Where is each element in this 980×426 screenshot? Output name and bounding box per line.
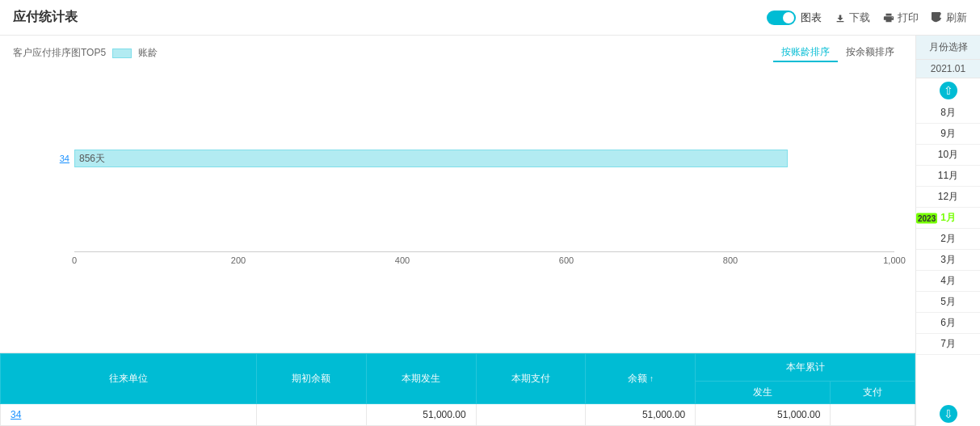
legend-color-box: [112, 49, 132, 58]
header: 应付统计表 图表 下载 打印 刷新: [0, 0, 980, 36]
bar-days-34: 856天: [79, 152, 105, 166]
chart-legend-box-label: 账龄: [138, 46, 158, 60]
bar-chart: 34 856天 0 200 400 600 800: [13, 69, 902, 295]
cell-balance: 51,000.00: [586, 404, 696, 426]
bar-row: 34 856天: [45, 150, 894, 167]
col-current-occur: 本期发生: [366, 354, 476, 404]
x-tick-200: 200: [231, 255, 246, 265]
col-unit: 往来单位: [1, 354, 257, 404]
cell-ytd-pay: [831, 404, 915, 426]
header-actions: 图表 下载 打印 刷新: [767, 11, 967, 25]
chart-sort-buttons: 按账龄排序 按余额排序: [773, 44, 902, 62]
download-button[interactable]: 下载: [835, 11, 870, 25]
month-item[interactable]: 7月: [916, 334, 980, 355]
print-icon: [883, 12, 894, 23]
page-container: 应付统计表 图表 下载 打印 刷新: [0, 0, 980, 426]
table-header-row: 往来单位 期初余额 本期发生 本期支付 余额 ↑ 本年累计: [1, 354, 915, 382]
month-item[interactable]: 2月: [916, 229, 980, 250]
x-tick-0: 0: [72, 255, 77, 265]
refresh-icon: [932, 12, 943, 23]
col-opening: 期初余额: [256, 354, 366, 404]
x-tick-600: 600: [559, 255, 574, 265]
month-item[interactable]: 20231月: [916, 208, 980, 229]
cell-current-occur: 51,000.00: [366, 404, 476, 426]
chart-section: 客户应付排序图TOP5 账龄 按账龄排序 按余额排序 34: [0, 36, 915, 353]
month-item[interactable]: 5月: [916, 292, 980, 313]
month-item[interactable]: 3月: [916, 250, 980, 271]
cell-opening: [256, 404, 366, 426]
x-tick-400: 400: [395, 255, 410, 265]
month-item[interactable]: 11月: [916, 166, 980, 187]
month-item[interactable]: 4月: [916, 271, 980, 292]
chart-header: 客户应付排序图TOP5 账龄 按账龄排序 按余额排序: [13, 44, 902, 62]
cell-ytd-occur: 51,000.00: [696, 404, 831, 426]
page-title: 应付统计表: [13, 9, 78, 26]
year-badge: 2023: [916, 213, 937, 223]
main-content: 客户应付排序图TOP5 账龄 按账龄排序 按余额排序 34: [0, 36, 980, 426]
table-row: 34 51,000.00 51,000.00 51,000.00: [1, 404, 915, 426]
download-icon: [835, 12, 846, 23]
refresh-button[interactable]: 刷新: [932, 11, 967, 25]
down-arrow-icon[interactable]: ⇩: [940, 405, 957, 423]
balance-sort-icon[interactable]: ↑: [650, 374, 654, 383]
sidebar-up-button[interactable]: ⇧: [916, 78, 980, 103]
cell-unit: 34: [1, 404, 257, 426]
col-ytd-occur: 发生: [696, 382, 831, 404]
col-balance: 余额 ↑: [586, 354, 696, 404]
sidebar-title: 月份选择: [916, 36, 980, 60]
chart-legend: 客户应付排序图TOP5 账龄: [13, 46, 158, 60]
sidebar-current-display: 2021.01: [916, 60, 980, 78]
chart-inner: 34 856天 0 200 400 600 800: [45, 69, 894, 271]
col-ytd: 本年累计: [696, 354, 915, 382]
x-tick-800: 800: [723, 255, 738, 265]
month-item[interactable]: 10月: [916, 145, 980, 166]
x-tick-1000: 1,000: [883, 255, 906, 265]
month-item[interactable]: 8月: [916, 103, 980, 124]
col-ytd-pay: 支付: [831, 382, 915, 404]
chart-area: 客户应付排序图TOP5 账龄 按账龄排序 按余额排序 34: [0, 36, 915, 426]
bar-label-34[interactable]: 34: [45, 154, 74, 163]
chart-toggle[interactable]: [767, 11, 796, 25]
chart-legend-title: 客户应付排序图TOP5: [13, 46, 106, 60]
bar-fill-34: [74, 150, 788, 167]
chart-toggle-label: 图表: [801, 11, 822, 25]
month-item[interactable]: 12月: [916, 187, 980, 208]
col-current-pay: 本期支付: [476, 354, 586, 404]
data-table: 往来单位 期初余额 本期发生 本期支付 余额 ↑ 本年累计 发生: [0, 353, 915, 426]
sidebar-down-button[interactable]: ⇩: [916, 402, 980, 426]
cell-current-pay: [476, 404, 586, 426]
right-sidebar: 月份选择 2021.01 ⇧ 8月9月10月11月12月20231月2月3月4月…: [915, 36, 980, 426]
unit-link[interactable]: 34: [11, 409, 21, 420]
sort-by-balance-button[interactable]: 按余额排序: [838, 44, 902, 62]
chart-toggle-wrap[interactable]: 图表: [767, 11, 822, 25]
month-item[interactable]: 6月: [916, 313, 980, 334]
sort-by-age-button[interactable]: 按账龄排序: [773, 44, 838, 62]
print-button[interactable]: 打印: [883, 11, 919, 25]
table-section: 往来单位 期初余额 本期发生 本期支付 余额 ↑ 本年累计 发生: [0, 353, 915, 426]
up-arrow-icon[interactable]: ⇧: [940, 82, 957, 99]
month-list: 8月9月10月11月12月20231月2月3月4月5月6月7月: [916, 103, 980, 402]
month-item[interactable]: 9月: [916, 124, 980, 145]
